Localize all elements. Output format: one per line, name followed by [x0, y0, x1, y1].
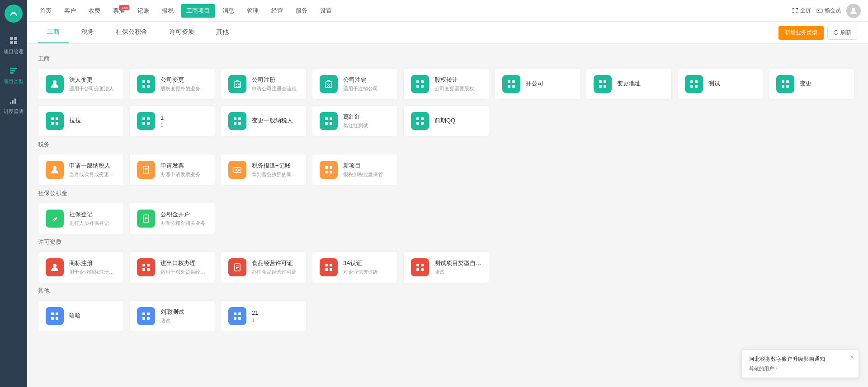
card-change[interactable]: 变更 [769, 68, 854, 100]
subtab-tax[interactable]: 税务 [72, 22, 103, 43]
card-equity-transfer[interactable]: 股权转让公司变更需要股权转让 [403, 68, 489, 100]
logo-icon [9, 8, 19, 20]
sidebar-item-progress[interactable]: 进度监测 [0, 89, 27, 119]
card-title-early-qq: 前期QQ [434, 117, 481, 125]
card-company-cancel[interactable]: 公司注销适用于注销公司 [312, 68, 398, 100]
svg-rect-33 [508, 85, 510, 88]
card-info-equity-transfer: 股权转让公司变更需要股权转让 [434, 76, 481, 92]
card-title-equity-transfer: 股权转让 [434, 76, 481, 84]
subtabs-right: 新增业务类型 刷新 [778, 26, 857, 40]
card-liu-test[interactable]: 刘聪测试测试 [129, 300, 215, 332]
svg-rect-105 [142, 312, 145, 315]
topnav-item-service[interactable]: 服务 [290, 4, 313, 18]
cards-grid-industry: 法人变更适用于公司变更法人公司变更股权变更外的业务变更公司注册申请公司注册全流程… [38, 68, 857, 137]
card-apply-invoice[interactable]: 申请发票办理申请发票业务 [129, 154, 215, 186]
card-company-register[interactable]: 公司注册申请公司注册全流程 [221, 68, 307, 100]
svg-rect-43 [782, 80, 784, 83]
card-title-haha: 哈哈 [69, 312, 116, 320]
card-num1[interactable]: 11 [129, 105, 215, 137]
card-num21[interactable]: 211 [221, 300, 307, 332]
card-icon-change [776, 75, 794, 93]
card-early-qq[interactable]: 前期QQ [403, 105, 489, 137]
topnav-item-manage[interactable]: 管理 [241, 4, 264, 18]
card-haha[interactable]: 哈哈 [38, 300, 124, 332]
card-apply-taxpayer[interactable]: 申请一般纳税人当月或次月成变更完成 [38, 154, 124, 186]
card-tax-declare[interactable]: 税务报道+记账拿到营业执照的新公司 [221, 154, 307, 186]
svg-rect-50 [56, 122, 58, 125]
card-trademark[interactable]: 商标注册用于企业商标注册服务 [38, 252, 124, 283]
topnav-item-message[interactable]: 消息 [217, 4, 240, 18]
svg-rect-45 [782, 85, 784, 88]
card-test[interactable]: 测试 [677, 68, 763, 100]
subtab-social[interactable]: 社保公积金 [107, 22, 156, 43]
notification-body: 尊敬的用户： [749, 365, 851, 373]
card-info-liu-test: 刘聪测试测试 [160, 308, 208, 324]
card-change-taxpayer[interactable]: 变更一般纳税人 [221, 105, 307, 137]
card-info-change: 变更 [800, 79, 847, 89]
topnav-item-operation[interactable]: 经营 [266, 4, 288, 18]
subtab-license[interactable]: 许可资质 [160, 22, 203, 43]
subtab-other[interactable]: 其他 [207, 22, 238, 43]
card-food-license[interactable]: 食品经营许可证办理食品经营许可证 [221, 252, 307, 283]
card-info-num1: 11 [160, 114, 208, 128]
member-label: 畅会员 [825, 7, 841, 14]
svg-rect-87 [142, 268, 145, 271]
card-change-address[interactable]: 变更地址 [586, 68, 672, 100]
section-title-industry: 工商 [38, 55, 857, 63]
card-3a-cert[interactable]: 3A认证对企业信誉评级 [312, 252, 398, 283]
card-info-import-export: 进出口权办理适用于对外贸易经营者 [160, 259, 208, 275]
topnav-item-industry[interactable]: 工商项目 [181, 4, 215, 18]
svg-rect-27 [416, 80, 419, 83]
topnav-item-billing[interactable]: 收费 [83, 4, 106, 18]
card-company-change[interactable]: 公司变更股权变更外的业务变更 [129, 68, 215, 100]
sidebar-item-project-mgmt[interactable]: 项目管理 [0, 30, 27, 60]
svg-rect-63 [416, 117, 419, 120]
card-info-food-license: 食品经营许可证办理食品经营许可证 [252, 259, 299, 275]
svg-rect-31 [508, 80, 510, 83]
cards-grid-license: 商标注册用于企业商标注册服务进出口权办理适用于对外贸易经营者食品经营许可证办理食… [38, 252, 857, 283]
notification-close[interactable]: × [850, 354, 854, 361]
svg-rect-60 [330, 117, 332, 120]
fullscreen-btn[interactable]: 全屏 [792, 7, 811, 14]
topnav-item-settings[interactable]: 设置 [315, 4, 337, 18]
topnav-item-tax[interactable]: 报税 [156, 4, 179, 18]
card-new-project[interactable]: 新项目报税加税控盘保管 [312, 154, 398, 186]
card-test-type[interactable]: 测试项目类型自定义测试 [403, 252, 489, 283]
subtab-industry[interactable]: 工商 [38, 22, 69, 43]
cards-grid-other: 哈哈刘聪测试测试211 [38, 300, 857, 332]
card-info-lala: 拉拉 [69, 117, 116, 126]
card-fund-open[interactable]: 公积金开户办理公积金相关业务 [129, 203, 215, 234]
card-open-company[interactable]: 开公司 [495, 68, 580, 100]
card-desc-food-license: 办理食品经营许可证 [252, 269, 299, 275]
card-icon-num21 [228, 307, 246, 325]
new-type-button[interactable]: 新增业务类型 [778, 26, 824, 40]
card-info-test: 测试 [708, 79, 755, 89]
card-social-register[interactable]: 社保登记进行人员社保登记 [38, 203, 124, 234]
card-icon-lala [46, 112, 64, 130]
topnav-item-account[interactable]: 记账 [132, 4, 155, 18]
svg-rect-77 [330, 166, 332, 169]
svg-rect-37 [599, 85, 602, 88]
card-lala[interactable]: 拉拉 [38, 105, 124, 137]
user-avatar[interactable] [846, 4, 861, 18]
svg-rect-78 [325, 171, 328, 173]
topnav-item-invoice[interactable]: 票据 new [108, 4, 130, 18]
card-ge-honghong[interactable]: 葛红红葛红红测试 [312, 105, 398, 137]
svg-rect-99 [416, 268, 419, 271]
svg-rect-10 [17, 97, 17, 104]
card-icon-early-qq [411, 112, 429, 130]
card-legal-change[interactable]: 法人变更适用于公司变更法人 [38, 68, 124, 100]
topnav-item-client[interactable]: 客户 [59, 4, 81, 18]
card-import-export[interactable]: 进出口权办理适用于对外贸易经营者 [129, 252, 215, 283]
svg-rect-85 [142, 264, 145, 266]
svg-rect-111 [234, 317, 236, 320]
sidebar-item-project-type[interactable]: 项目类型 [0, 60, 27, 89]
topnav-item-home[interactable]: 首页 [34, 4, 57, 18]
member-btn[interactable]: 畅会员 [816, 7, 841, 14]
card-desc-ge-honghong: 葛红红测试 [343, 122, 390, 129]
refresh-button[interactable]: 刷新 [827, 26, 857, 40]
topnav-right: 全屏 畅会员 [792, 4, 861, 18]
card-icon-fund-open [137, 210, 155, 228]
card-icon-test-type [411, 258, 429, 276]
fullscreen-label: 全屏 [800, 7, 811, 14]
